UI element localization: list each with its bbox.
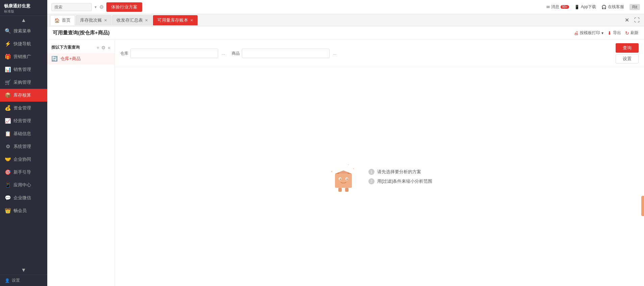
sidebar-item-wechat[interactable]: 💬 企业微信 bbox=[0, 191, 47, 204]
sidebar-bottom[interactable]: 👤 设置 bbox=[0, 275, 47, 286]
empty-hints: 1 请先选择要分析的方案 2 用[过滤]条件来缩小分析范围 bbox=[368, 169, 432, 184]
refresh-label: 刷新 bbox=[630, 30, 639, 36]
tab-home[interactable]: 🏠 首页 bbox=[50, 15, 75, 25]
home-icon: 🏠 bbox=[54, 18, 60, 23]
message-btn[interactable]: ✉ 消息 99+ bbox=[546, 4, 569, 10]
filter-add-icon[interactable]: + bbox=[97, 45, 99, 50]
product-input[interactable] bbox=[242, 49, 330, 58]
sidebar-item-shortcut[interactable]: ⚡ 快捷导航 bbox=[0, 37, 47, 50]
sidebar-item-purchase[interactable]: 🛒 采购管理 bbox=[0, 76, 47, 89]
industry-btn[interactable]: 体验行业方案 bbox=[106, 2, 142, 12]
trend-icon: 📈 bbox=[5, 118, 11, 124]
tab-available[interactable]: 可用量库存账本 ✕ bbox=[153, 15, 198, 25]
search-icon: 🔍 bbox=[5, 28, 11, 34]
message-badge: 99+ bbox=[561, 5, 569, 9]
gear-icon: ⚙ bbox=[5, 144, 11, 150]
user-avatar[interactable]: Rit bbox=[629, 4, 640, 10]
tab-batch[interactable]: 库存批次账 ✕ bbox=[76, 15, 111, 25]
list-icon: 📋 bbox=[5, 131, 11, 137]
headset-icon: 🎧 bbox=[601, 5, 607, 9]
tabs-right-actions: ✕ ⛶ bbox=[622, 16, 641, 25]
sidebar-scroll-down[interactable]: ▼ bbox=[0, 266, 47, 275]
hint-text-2: 用[过滤]条件来缩小分析范围 bbox=[377, 178, 432, 184]
warehouse-more-btn[interactable]: ... bbox=[220, 50, 226, 56]
search-input[interactable] bbox=[51, 3, 92, 11]
sidebar-item-newbie[interactable]: 🎯 新手引导 bbox=[0, 166, 47, 179]
chevron-down-icon[interactable]: ▾ bbox=[95, 5, 97, 9]
query-panel: 仓库 ... 商品 ... 查询 设置 bbox=[115, 40, 644, 286]
wechat-icon: 💬 bbox=[5, 195, 11, 201]
sidebar-item-label: 销售管理 bbox=[14, 67, 31, 73]
sidebar-item-member[interactable]: 👑 畅会员 bbox=[0, 204, 47, 217]
sidebar-item-label: 搜索菜单 bbox=[14, 28, 31, 34]
sidebar-item-search[interactable]: 🔍 搜索菜单 bbox=[0, 25, 47, 37]
sidebar-item-inventory[interactable]: 📦 库存核算 bbox=[0, 89, 47, 102]
topbar: ▾ ⚙ 体验行业方案 ✉ 消息 99+ 📱 App下载 🎧 在线客服 Rit bbox=[47, 0, 644, 14]
export-btn[interactable]: ⬇ 导出 bbox=[608, 30, 621, 36]
sidebar-item-label: 企业微信 bbox=[14, 195, 31, 201]
tab-home-label: 首页 bbox=[62, 17, 71, 23]
print-btn[interactable]: 🖨 按模板打印 ▾ bbox=[574, 30, 603, 36]
sidebar-item-finance[interactable]: 💰 资金管理 bbox=[0, 102, 47, 114]
message-label: 消息 bbox=[551, 4, 559, 10]
tab-summary-close[interactable]: ✕ bbox=[145, 18, 148, 23]
filter-settings-icon[interactable]: ⚙ bbox=[101, 45, 106, 50]
settings-icon[interactable]: ⚙ bbox=[99, 4, 104, 10]
tab-summary[interactable]: 收发存汇总表 ✕ bbox=[112, 15, 152, 25]
svg-point-4 bbox=[346, 178, 348, 180]
filter-item-warehouse-product[interactable]: 🔄 仓库+商品 bbox=[47, 53, 114, 64]
cart-icon: 🛒 bbox=[5, 79, 11, 85]
sidebar-item-marketing[interactable]: 🎁 营销推广 bbox=[0, 50, 47, 63]
app-name: 畅康通好生意 bbox=[4, 3, 43, 9]
svg-rect-9 bbox=[345, 188, 349, 192]
hint-text-1: 请先选择要分析的方案 bbox=[377, 169, 421, 175]
lightning-icon: ⚡ bbox=[5, 41, 11, 47]
svg-text:✦: ✦ bbox=[331, 170, 333, 173]
export-label: 导出 bbox=[613, 30, 621, 36]
right-scroll-indicator[interactable] bbox=[641, 196, 644, 216]
page-header: 可用量查询(按仓库+商品) 🖨 按模板打印 ▾ ⬇ 导出 ↻ 刷新 bbox=[47, 26, 644, 40]
sidebar-item-label: 资金管理 bbox=[14, 105, 31, 111]
tab-bar: 🏠 首页 库存批次账 ✕ 收发存汇总表 ✕ 可用量库存账本 ✕ ✕ ⛶ bbox=[47, 14, 644, 26]
sidebar: 畅康通好生意 标准版 ▲ 🔍 搜索菜单 ⚡ 快捷导航 🎁 营销推广 📊 销售管理… bbox=[0, 0, 47, 286]
sidebar-scroll-up[interactable]: ▲ bbox=[0, 16, 47, 25]
empty-hint-2: 2 用[过滤]条件来缩小分析范围 bbox=[368, 178, 432, 184]
online-service-btn[interactable]: 🎧 在线客服 bbox=[601, 4, 624, 10]
refresh-btn[interactable]: ↻ 刷新 bbox=[625, 30, 639, 36]
filter-collapse-icon[interactable]: « bbox=[108, 45, 110, 50]
chart-icon: 📊 bbox=[5, 67, 11, 73]
warehouse-input[interactable] bbox=[130, 49, 218, 58]
page-header-actions: 🖨 按模板打印 ▾ ⬇ 导出 ↻ 刷新 bbox=[574, 30, 639, 36]
sidebar-item-sales[interactable]: 📊 销售管理 bbox=[0, 63, 47, 76]
tab-expand-btn[interactable]: ⛶ bbox=[633, 16, 641, 25]
filter-header: 按以下方案查询 + ⚙ « bbox=[47, 43, 114, 53]
sidebar-nav: 🔍 搜索菜单 ⚡ 快捷导航 🎁 营销推广 📊 销售管理 🛒 采购管理 📦 库存核… bbox=[0, 25, 47, 266]
sidebar-item-label: 基础信息 bbox=[14, 131, 31, 137]
sidebar-item-label: 营销推广 bbox=[14, 54, 31, 60]
chevron-print-icon[interactable]: ▾ bbox=[601, 31, 603, 35]
message-icon: ✉ bbox=[546, 5, 550, 9]
tab-close-btn[interactable]: ✕ bbox=[622, 16, 631, 25]
query-settings-btn[interactable]: 设置 bbox=[616, 54, 639, 63]
tab-batch-close[interactable]: ✕ bbox=[104, 18, 107, 23]
filter-panel-title: 按以下方案查询 bbox=[51, 45, 80, 50]
empty-hint-1: 1 请先选择要分析的方案 bbox=[368, 169, 432, 175]
query-actions: 查询 设置 bbox=[616, 43, 639, 63]
sidebar-item-appcenter[interactable]: 📱 应用中心 bbox=[0, 179, 47, 191]
sidebar-item-basic[interactable]: 📋 基础信息 bbox=[0, 127, 47, 140]
app-download-btn[interactable]: 📱 App下载 bbox=[574, 4, 596, 10]
sidebar-item-system[interactable]: ⚙ 系统管理 bbox=[0, 140, 47, 153]
topbar-right: ✉ 消息 99+ 📱 App下载 🎧 在线客服 Rit bbox=[546, 4, 640, 10]
tab-available-close[interactable]: ✕ bbox=[190, 18, 193, 23]
svg-text:✦: ✦ bbox=[347, 164, 349, 166]
product-more-btn[interactable]: ... bbox=[332, 50, 338, 56]
sidebar-item-enterprise[interactable]: 🤝 企业协同 bbox=[0, 153, 47, 166]
app-download-label: App下载 bbox=[581, 4, 596, 10]
query-btn[interactable]: 查询 bbox=[616, 43, 639, 53]
empty-illustration: ✦ ✦ ✦ bbox=[327, 160, 360, 193]
sidebar-item-operation[interactable]: 📈 经营管理 bbox=[0, 114, 47, 127]
handshake-icon: 🤝 bbox=[5, 156, 11, 162]
svg-text:✦: ✦ bbox=[353, 167, 355, 170]
warehouse-field-group: 仓库 ... bbox=[120, 49, 226, 58]
phone-icon: 📱 bbox=[574, 5, 579, 9]
